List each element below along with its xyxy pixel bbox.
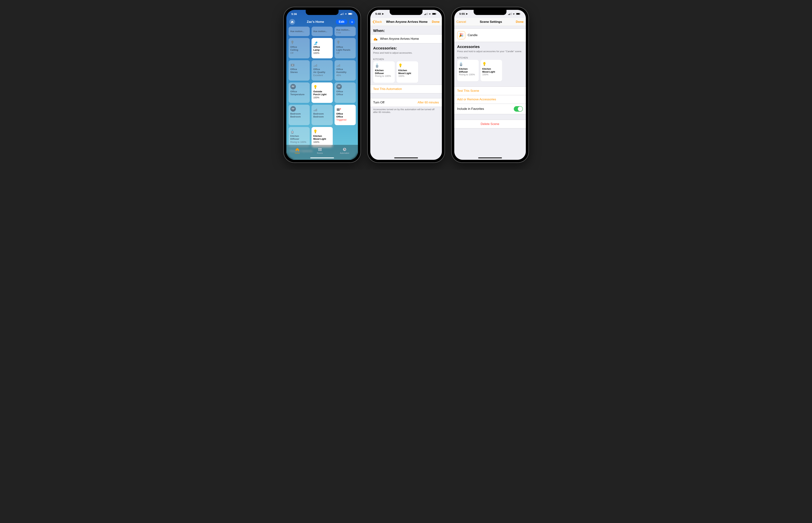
svg-rect-24 — [292, 132, 293, 133]
wifi-icon — [345, 13, 347, 15]
chevron-left-icon — [372, 20, 375, 23]
add-remove-accessories-button[interactable]: Add or Remove Accessories — [454, 95, 526, 104]
accessory-tile[interactable]: Office Air QualityExcellent — [312, 60, 333, 80]
tile-icon — [482, 62, 500, 67]
battery-icon — [516, 13, 521, 15]
svg-rect-32 — [425, 14, 426, 15]
delete-scene-button[interactable]: Delete Scene — [454, 120, 526, 128]
tile-status: 100% — [399, 75, 416, 77]
tile-name: Office Office — [336, 112, 354, 119]
svg-rect-8 — [338, 43, 339, 44]
accessory-tile[interactable]: 73°Bedroom Bedroom — [288, 105, 310, 125]
when-row[interactable]: When Anyone Arrives Home — [370, 34, 442, 43]
home-indicator[interactable] — [478, 158, 502, 158]
tile-name: Bedroom Bedroom — [313, 112, 331, 119]
arrive-home-icon — [373, 37, 378, 41]
accessory-tile[interactable]: 73°Office Office — [335, 83, 356, 103]
tile-icon — [375, 63, 393, 68]
home-indicator[interactable] — [394, 158, 418, 158]
edit-button[interactable]: Edit — [336, 19, 347, 24]
svg-rect-17 — [315, 88, 316, 89]
location-icon: ➤ — [382, 12, 384, 15]
navbar: Back When Anyone Arrives Home Done — [370, 18, 442, 26]
include-favorites-toggle[interactable] — [514, 106, 523, 112]
signal-icon — [340, 13, 344, 15]
accessory-tile[interactable]: Outside Porch Light100% — [312, 83, 333, 103]
svg-rect-45 — [510, 13, 511, 15]
svg-rect-14 — [337, 66, 337, 67]
signal-icon — [508, 13, 512, 15]
back-button[interactable]: Back — [372, 20, 382, 24]
tile-icon — [290, 129, 308, 134]
accessory-tile[interactable]: Bedroom Bedroom — [312, 105, 333, 125]
tab-rooms[interactable]: Rooms — [317, 147, 323, 154]
tab-home[interactable]: Home — [295, 147, 300, 154]
tab-label: Automation — [340, 152, 349, 154]
scene-icon: 🎉 — [457, 31, 465, 39]
home-switch-button[interactable] — [289, 19, 295, 25]
svg-rect-6 — [352, 14, 353, 14]
status-time: 5:55 ➤ — [459, 12, 468, 16]
svg-rect-49 — [520, 14, 520, 14]
svg-rect-51 — [460, 64, 462, 65]
svg-rect-12 — [315, 65, 316, 67]
tile-name: Kitchen Mood Light — [482, 68, 500, 73]
svg-rect-28 — [318, 150, 320, 151]
svg-rect-25 — [315, 132, 316, 133]
tile-status: 46% — [336, 74, 354, 77]
accessory-tile[interactable]: Kitchen Mood Light100% — [480, 60, 502, 82]
accessory-tile[interactable]: Hue motion... — [312, 26, 333, 36]
turn-off-row[interactable]: Turn Off After 60 minutes — [370, 98, 442, 107]
tile-icon: 73° — [336, 84, 354, 89]
tile-icon — [313, 40, 331, 45]
svg-rect-31 — [424, 14, 425, 15]
status-icons — [424, 13, 437, 15]
accessory-tile[interactable]: Office Humidity46% — [335, 60, 356, 80]
svg-rect-15 — [338, 65, 339, 67]
accessory-tile[interactable]: Hue motion...4 lux — [335, 26, 356, 36]
include-favorites-label: Include in Favorites — [457, 107, 484, 111]
accessory-tile[interactable]: Kitchen Mood Light100% — [396, 61, 418, 83]
accessory-tile[interactable]: 75°Office Temperature — [288, 83, 310, 103]
done-button[interactable]: Done — [432, 20, 440, 24]
accessory-tile[interactable]: Office Lamp100% — [312, 38, 333, 58]
accessory-tile[interactable]: Kitchen DiffuserRising to 100% — [457, 60, 479, 82]
tile-name: Office Office — [336, 90, 354, 96]
accessory-tile[interactable]: Office OfficeTriggered — [335, 105, 356, 125]
signal-icon — [424, 13, 428, 15]
accessory-tiles: Kitchen DiffuserRising to 100%Kitchen Mo… — [454, 60, 526, 83]
cancel-button[interactable]: Cancel — [457, 20, 466, 24]
svg-rect-44 — [509, 14, 510, 15]
tile-status: Off — [290, 52, 308, 55]
svg-rect-13 — [316, 64, 317, 67]
tile-name: Office Lamp — [313, 46, 331, 52]
svg-rect-0 — [340, 14, 341, 15]
test-automation-button[interactable]: Test This Automation — [370, 85, 442, 93]
test-scene-button[interactable]: Test This Scene — [454, 87, 526, 95]
scene-name-row[interactable]: 🎉 Candle — [454, 29, 526, 42]
tile-name: Kitchen Mood Light — [399, 69, 416, 75]
done-button[interactable]: Done — [516, 20, 524, 24]
accessory-tile[interactable]: Office Stereo — [288, 60, 310, 80]
accessory-tile[interactable]: Kitchen DiffuserRising to 100% — [373, 61, 395, 83]
accessory-tiles: Kitchen DiffuserRising to 100%Kitchen Mo… — [370, 61, 442, 85]
accessory-tile[interactable]: Office CeilingOff — [288, 38, 310, 58]
home-indicator[interactable] — [310, 158, 334, 158]
tile-name: Hue motion... — [336, 29, 354, 31]
tile-name: Bedroom Bedroom — [290, 112, 308, 119]
accessory-tile[interactable]: Kitchen DiffuserRising to 100% — [288, 127, 310, 147]
svg-point-10 — [292, 65, 293, 66]
tab-automation[interactable]: Automation — [340, 147, 349, 154]
accessory-tile[interactable]: Hue motion... — [288, 26, 310, 36]
accessory-tile[interactable]: Kitchen Mood Light100% — [312, 127, 333, 147]
svg-rect-5 — [349, 13, 352, 15]
tile-grid: Hue motion...Hue motion...Hue motion...4… — [286, 26, 358, 147]
status-icons — [340, 13, 353, 15]
tile-icon: 73° — [290, 107, 308, 112]
tile-status: Rising to 100% — [290, 141, 308, 144]
phone-automation: 5:48 ➤ Back When Anyone Arrives Home Don… — [368, 7, 444, 162]
accessory-tile[interactable]: Office Light PanelsOff — [335, 38, 356, 58]
navbar: Cancel Scene Settings Done — [454, 18, 526, 26]
scene-name-field[interactable]: Candle — [468, 33, 478, 37]
add-button[interactable]: ＋ — [349, 19, 355, 25]
